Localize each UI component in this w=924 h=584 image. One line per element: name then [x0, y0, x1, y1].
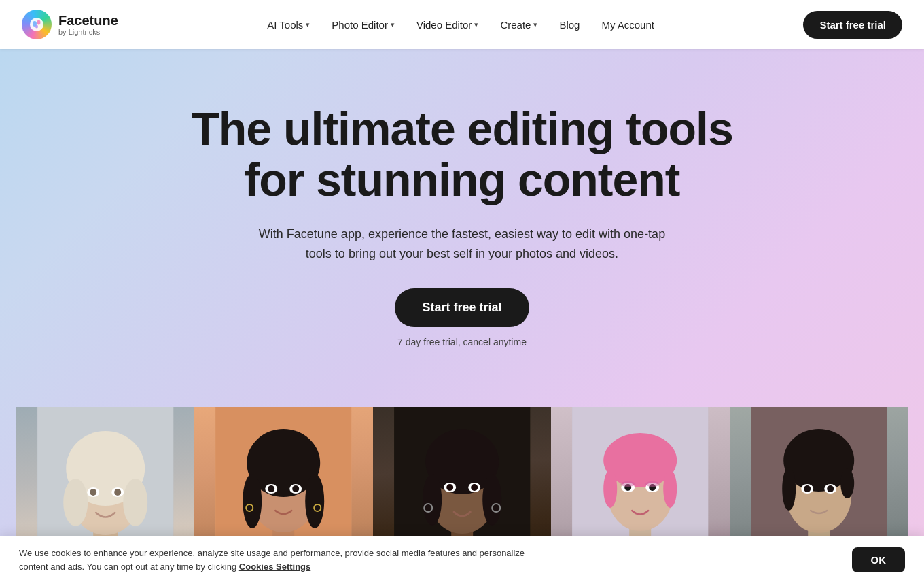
hero-trial-note: 7 day free trial, cancel anytime [191, 337, 733, 347]
nav-ai-tools-label: AI Tools [267, 19, 303, 31]
chevron-down-icon: ▾ [533, 20, 537, 29]
hero-title: The ultimate editing tools for stunning … [191, 103, 733, 205]
brand-sub: by Lightricks [58, 28, 118, 36]
nav-photo-editor-label: Photo Editor [332, 19, 388, 31]
nav-links: AI Tools ▾ Photo Editor ▾ Video Editor ▾… [257, 14, 664, 36]
svg-point-69 [827, 485, 834, 492]
svg-point-56 [620, 481, 635, 487]
svg-point-10 [63, 479, 88, 526]
logo-text: Facetune by Lightricks [58, 13, 118, 36]
svg-point-0 [30, 18, 43, 31]
svg-point-23 [306, 474, 325, 528]
nav-create[interactable]: Create ▾ [491, 14, 547, 36]
svg-point-27 [293, 485, 300, 492]
svg-point-11 [123, 479, 147, 526]
cookie-settings-link[interactable]: Cookies Settings [239, 562, 310, 572]
nav-start-trial-button[interactable]: Start free trial [803, 11, 902, 39]
nav-my-account[interactable]: My Account [592, 14, 664, 36]
nav-video-editor-label: Video Editor [416, 19, 472, 31]
nav-video-editor[interactable]: Video Editor ▾ [407, 14, 488, 36]
chevron-down-icon: ▾ [306, 20, 310, 29]
nav-create-label: Create [500, 19, 531, 31]
svg-point-2 [37, 20, 41, 25]
logo-icon [22, 10, 52, 39]
svg-point-15 [114, 489, 121, 496]
svg-point-64 [782, 467, 796, 511]
svg-point-25 [268, 485, 275, 492]
hero-subtitle: With Facetune app, experience the fastes… [245, 224, 679, 264]
hero-content: The ultimate editing tools for stunning … [191, 49, 733, 374]
svg-point-50 [603, 470, 617, 508]
svg-point-36 [423, 474, 442, 526]
svg-point-41 [471, 484, 478, 491]
chevron-down-icon: ▾ [391, 20, 395, 29]
chevron-down-icon: ▾ [474, 20, 478, 29]
nav-blog[interactable]: Blog [550, 14, 589, 36]
cookie-ok-button[interactable]: OK [852, 547, 906, 572]
svg-point-37 [482, 474, 501, 526]
hero-section: The ultimate editing tools for stunning … [0, 0, 924, 584]
brand-name: Facetune [58, 13, 118, 28]
svg-point-13 [90, 489, 96, 496]
svg-point-39 [446, 484, 453, 491]
nav-my-account-label: My Account [601, 19, 654, 31]
navbar: Facetune by Lightricks AI Tools ▾ Photo … [0, 0, 924, 49]
svg-point-3 [35, 25, 38, 29]
nav-photo-editor[interactable]: Photo Editor ▾ [322, 14, 404, 36]
cookie-text: We use cookies to enhance your experienc… [19, 547, 549, 573]
svg-point-22 [243, 474, 262, 528]
svg-point-65 [840, 468, 854, 498]
svg-point-67 [804, 485, 811, 492]
cookie-banner: We use cookies to enhance your experienc… [0, 536, 924, 584]
hero-start-trial-button[interactable]: Start free trial [395, 288, 529, 327]
logo[interactable]: Facetune by Lightricks [22, 10, 118, 39]
svg-point-57 [645, 481, 660, 487]
svg-point-51 [663, 470, 677, 508]
nav-blog-label: Blog [559, 19, 580, 31]
nav-ai-tools[interactable]: AI Tools ▾ [257, 14, 319, 36]
